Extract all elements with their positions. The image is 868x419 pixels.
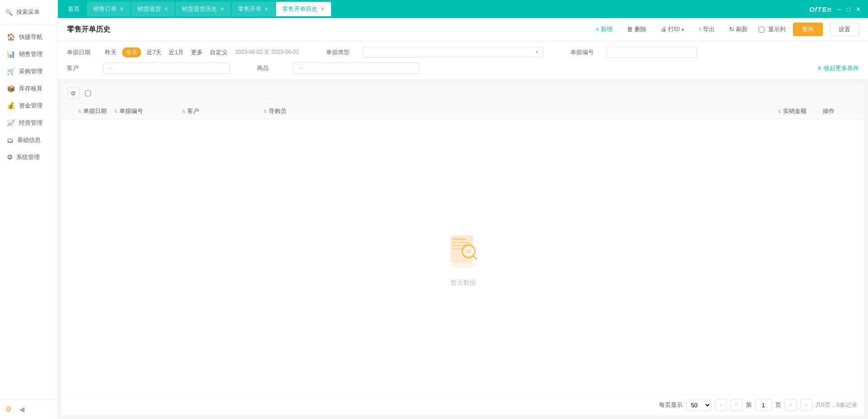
th-actions: 操作 [823,107,859,115]
tab-sales-order[interactable]: 销售订单 ✕ [87,2,130,16]
date-opt-7days[interactable]: 近7天 [145,47,163,57]
sidebar-item-label: 资金管理 [19,102,43,110]
tab-bar: 首页 销售订单 ✕ 销货退货 ✕ 销货退货历史 ✕ 零售开单 ✕ 零售开单历史 … [58,0,868,18]
add-button[interactable]: + 新增 [592,24,616,35]
page-label: 第 [746,401,752,409]
th-date-label: 单据日期 [83,107,107,115]
page-total: 共0页，0条记录 [816,401,857,409]
export-button[interactable]: ↑ 导出 [695,24,718,35]
settings-bottom-icon[interactable]: ⚙ [5,405,12,414]
sidebar-item-operations[interactable]: 📈 经营管理 [0,114,57,132]
collapse-label: 收起更多条件 [824,64,859,72]
delete-button[interactable]: 🗑 删除 [623,24,650,35]
th-number[interactable]: ⇅ 单据编号 [114,107,182,115]
tab-sales-return-history[interactable]: 销货退货历史 ✕ [175,2,231,16]
customer-placeholder: ··· [108,65,225,71]
search-menu-item[interactable]: 🔍 搜索采单 [0,5,57,19]
first-page-btn[interactable]: « [715,399,727,411]
chart-icon: 📊 [7,50,15,58]
sort-icon-amount: ⇅ [778,109,781,114]
prev-page-btn[interactable]: < [730,399,742,411]
last-page-btn[interactable]: » [800,399,812,411]
tab-bar-right: OfTEn ─ □ ✕ [809,5,864,13]
sidebar-item-inventory[interactable]: 📦 库存核算 [0,80,57,97]
sidebar-item-sales-mgmt[interactable]: 📊 销售管理 [0,46,57,63]
date-opt-yesterday[interactable]: 昨天 [103,47,119,57]
empty-state: 暂无数据 [441,226,486,287]
display-cols-checkbox[interactable] [759,27,764,33]
minimize-btn[interactable]: ─ [837,6,841,13]
type-filter-select[interactable]: ▾ [362,47,543,57]
collapse-sidebar-icon[interactable]: ◀ [19,405,24,414]
goods-placeholder: ··· [298,65,415,71]
sidebar-item-basic-info[interactable]: 🗂 基础信息 [0,132,57,149]
print-button[interactable]: 🖨 打印 ▾ [657,24,688,35]
refresh-button[interactable]: ↻ 刷新 [726,24,751,35]
number-filter-label: 单据编号 [570,48,598,56]
tab-sales-return-history-close[interactable]: ✕ [220,6,224,12]
tab-retail-history[interactable]: 零售开单历史 ✕ [276,2,331,16]
svg-rect-2 [452,238,466,240]
filter-row-date: 单据日期 昨天 今天 近7天 近1月 更多 自定义 2023-06-02 至 2… [67,47,859,58]
search-label: 搜索采单 [16,8,40,16]
table-toolbar: ⚙ [62,83,864,104]
display-cols-toggle[interactable]: 显示列 [759,25,786,33]
tab-home[interactable]: 首页 [62,2,86,16]
tab-sales-return[interactable]: 销货退货 ✕ [131,2,175,16]
sort-icon-guide: ⇅ [263,109,267,114]
sidebar-item-label: 库存核算 [19,85,43,93]
sort-icon-customer: ⇅ [182,109,185,114]
date-opt-more[interactable]: 更多 [189,47,204,57]
date-opt-1month[interactable]: 近1月 [167,47,185,57]
th-amount[interactable]: ⇅ 实销金额 [778,107,823,115]
query-button[interactable]: 查询 [793,23,823,36]
tab-bar-wrapper: 首页 销售订单 ✕ 销货退货 ✕ 销货退货历史 ✕ 零售开单 ✕ 零售开单历史 … [58,0,868,18]
sidebar-bottom: ⚙ ◀ [0,399,57,419]
date-opt-today[interactable]: 今天 [122,47,141,57]
sidebar-top: 🔍 搜索采单 [0,0,57,25]
tab-sales-return-close[interactable]: ✕ [164,6,168,12]
search-icon: 🔍 [5,9,13,16]
svg-point-7 [464,247,473,256]
display-cols-label: 显示列 [768,25,786,33]
add-label: + 新增 [596,25,612,33]
date-opt-custom[interactable]: 自定义 [208,47,229,57]
refresh-label: ↻ 刷新 [729,25,748,33]
sidebar-item-quick-nav[interactable]: 🏠 快捷导航 [0,28,57,46]
tab-sales-return-history-label: 销货退货历史 [182,5,217,13]
th-date[interactable]: ⇅ 单据日期 [78,107,114,115]
sidebar-item-finance[interactable]: 💰 资金管理 [0,97,57,114]
tab-retail-open[interactable]: 零售开单 ✕ [232,2,275,16]
tab-sales-order-close[interactable]: ✕ [119,6,124,12]
tab-retail-history-label: 零售开单历史 [282,5,318,13]
settings-button[interactable]: 设置 [830,23,859,36]
maximize-btn[interactable]: □ [847,6,850,13]
tab-retail-history-close[interactable]: ✕ [320,6,325,12]
th-guide[interactable]: ⇅ 导购员 [263,107,318,115]
next-page-btn[interactable]: > [785,399,797,411]
number-filter-input[interactable] [607,47,697,58]
select-all-checkbox[interactable] [85,90,91,96]
sidebar-item-system[interactable]: ⚙ 系统管理 [0,149,57,166]
customer-filter-select[interactable]: ··· [103,62,230,74]
table-settings-icon[interactable]: ⚙ [67,87,80,99]
close-btn-window[interactable]: ✕ [856,6,861,13]
sort-icon-date: ⇅ [78,109,81,114]
print-dropdown-icon[interactable]: ▾ [682,27,684,32]
page-size-select[interactable]: 10 20 50 100 [686,400,711,411]
goods-filter-label: 商品 [257,64,284,72]
table-body: 暂无数据 [62,119,864,394]
svg-point-0 [450,262,477,268]
th-guide-label: 导购员 [269,107,286,115]
sidebar-item-purchase-mgmt[interactable]: 🛒 采购管理 [0,63,57,80]
page-input[interactable] [755,399,772,411]
th-customer[interactable]: ⇅ 客户 [182,107,263,115]
sidebar-nav: 🏠 快捷导航 📊 销售管理 🛒 采购管理 📦 库存核算 💰 资金管理 📈 经营管… [0,25,57,399]
tab-retail-open-close[interactable]: ✕ [264,6,269,12]
collapse-up-icon: ∧ [817,65,822,71]
collapse-button[interactable]: ∧ 收起更多条件 [817,64,859,72]
goods-filter-select[interactable]: ··· [293,62,420,74]
delete-label: 🗑 删除 [627,25,646,33]
main-area: 首页 销售订单 ✕ 销货退货 ✕ 销货退货历史 ✕ 零售开单 ✕ 零售开单历史 … [58,0,868,419]
table-header: ⇅ 单据日期 ⇅ 单据编号 ⇅ 客户 ⇅ 导购员 ⇅ 实销 [62,104,864,119]
